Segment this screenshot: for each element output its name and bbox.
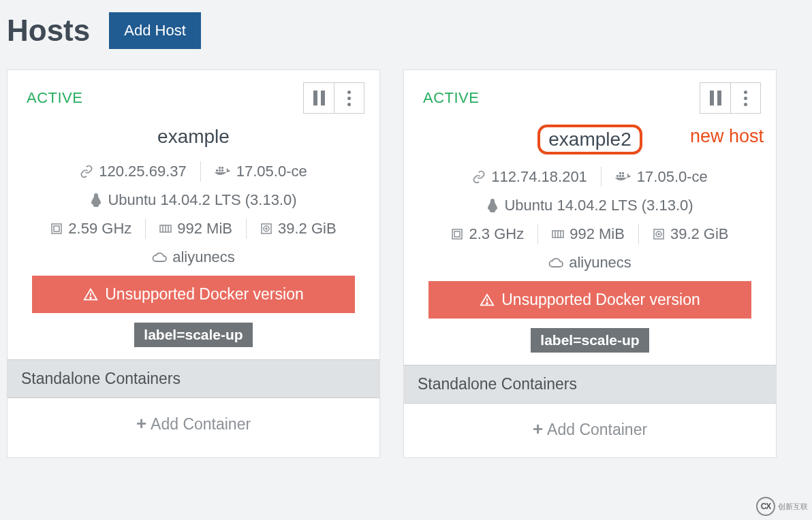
svg-rect-5 [52,224,61,233]
hosts-grid: ACTIVE example 120.25.69.37 [7,69,805,458]
host-name[interactable]: example2 [537,125,642,155]
svg-rect-22 [454,231,460,237]
more-menu-button[interactable] [334,83,364,113]
host-ip: 112.74.18.201 [458,168,601,186]
watermark: CX 创新互联 [756,497,808,516]
host-ip: 120.25.69.37 [66,163,200,180]
warning-icon [83,287,98,302]
kebab-icon [744,91,747,106]
new-host-annotation: new host [690,126,764,147]
add-container-button[interactable]: +Add Container [7,398,379,452]
docker-version: 17.05.0-ce [602,168,721,186]
host-actions [700,82,761,114]
svg-rect-3 [219,167,221,169]
svg-rect-4 [221,167,223,169]
host-name[interactable]: example [149,125,238,149]
host-label-tag: label=scale-up [134,323,252,347]
svg-rect-21 [452,229,462,239]
link-icon [472,170,486,184]
status-badge: ACTIVE [27,89,82,107]
svg-rect-16 [616,175,619,177]
add-host-button[interactable]: Add Host [109,12,201,49]
host-storage: 39.2 GiB [639,225,743,243]
host-label-tag: label=scale-up [531,328,649,353]
cloud-icon [152,252,167,263]
svg-rect-17 [619,175,621,177]
host-os: Ubuntu 14.04.2 LTS (3.13.0) [76,191,310,209]
pause-button[interactable] [700,83,730,113]
host-memory: 992 MiB [146,220,246,238]
svg-point-29 [658,233,659,235]
cpu-icon [50,223,63,235]
svg-rect-2 [221,169,223,172]
page-title: Hosts [7,14,90,48]
disk-icon [653,228,665,240]
host-memory: 992 MiB [538,225,638,243]
warning-banner: Unsupported Docker version [32,276,355,313]
host-os: Ubuntu 14.04.2 LTS (3.13.0) [473,197,706,214]
link-icon [80,165,93,178]
status-badge: ACTIVE [423,89,479,107]
page-header: Hosts Add Host [7,12,805,49]
memory-icon [552,228,564,240]
svg-point-31 [486,302,488,304]
docker-version: 17.05.0-ce [201,163,321,180]
warning-icon [480,293,495,308]
svg-point-13 [266,228,267,229]
svg-point-15 [90,297,91,298]
pause-button[interactable] [304,83,334,113]
warning-banner: Unsupported Docker version [428,281,751,319]
svg-rect-0 [216,169,218,172]
svg-rect-6 [54,226,59,231]
host-card: ACTIVE example 120.25.69.37 [7,69,380,458]
linux-icon [486,199,499,212]
host-provider: aliyunecs [138,248,249,266]
svg-rect-1 [219,169,221,172]
linux-icon [90,193,102,207]
memory-icon [159,223,172,235]
watermark-logo-icon: CX [756,497,775,516]
host-cpu: 2.59 GHz [37,220,145,238]
svg-rect-18 [622,175,624,177]
kebab-icon [347,91,351,106]
pause-icon [313,91,325,105]
containers-section-header: Standalone Containers [404,365,776,404]
svg-rect-20 [622,172,624,174]
pause-icon [710,91,721,105]
containers-section-header: Standalone Containers [7,359,379,398]
cpu-icon [451,228,463,240]
host-card: ACTIVE example2 new host 112.74.18.201 [403,69,777,458]
disk-icon [260,223,272,235]
docker-icon [215,165,231,178]
host-storage: 39.2 GiB [247,220,350,238]
add-container-button[interactable]: +Add Container [404,404,776,457]
host-provider: aliyunecs [535,254,645,272]
plus-icon: + [533,419,543,439]
plus-icon: + [136,413,146,434]
cloud-icon [548,257,563,268]
docker-icon [615,171,631,183]
host-cpu: 2.3 GHz [437,225,537,243]
svg-rect-19 [619,172,621,174]
more-menu-button[interactable] [730,83,760,113]
host-actions [303,82,364,114]
